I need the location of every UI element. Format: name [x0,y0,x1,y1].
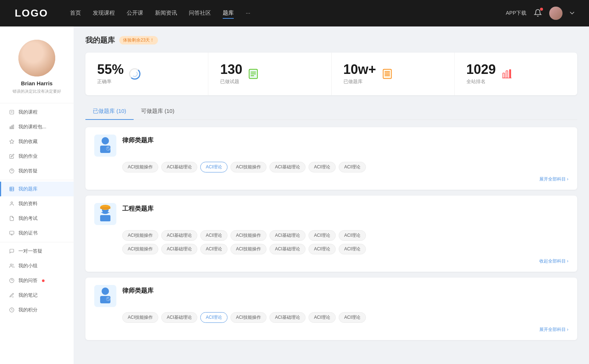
sidebar-item-label: 我的小组 [18,263,38,269]
sidebar-item-my-answers[interactable]: 我的答疑 [0,164,74,178]
sidebar-item-label: 我的积分 [18,307,38,313]
group-icon [9,263,15,269]
nav-home[interactable]: 首页 [70,8,81,19]
tag[interactable]: ACI理论 [308,312,336,323]
sidebar-item-groups[interactable]: 我的小组 [0,258,74,273]
bar-icon [9,124,15,130]
question-icon [9,168,15,174]
tag[interactable]: ACI技能操作 [230,230,267,241]
sidebar-divider [0,103,74,103]
tag-active[interactable]: ACI理论 [200,162,228,172]
tag[interactable]: ACI技能操作 [122,230,158,241]
file-icon [9,109,15,115]
tag[interactable]: ACI理论 [308,230,336,241]
stat-number: 55% [97,63,124,76]
stat-accuracy: 55% 正确率 [85,53,208,95]
nav-open-course[interactable]: 公开课 [127,8,143,19]
sidebar-item-materials[interactable]: 我的资料 [0,196,74,211]
sidebar-item-qbank[interactable]: 我的题库 [0,182,74,196]
qbank-footer: 展开全部科目 › [94,172,568,182]
nav-qa[interactable]: 问答社区 [189,8,211,19]
sidebar-item-notes[interactable]: 我的笔记 [0,288,74,303]
qbank-icon-engineer [94,203,116,225]
stat-label: 已做题库 [343,78,376,85]
tag[interactable]: ACI技能操作 [122,312,158,323]
tag[interactable]: ACI理论 [339,162,366,172]
chevron-down-icon [570,11,574,15]
tag[interactable]: ACI理论 [339,312,366,323]
stat-label: 已做试题 [220,78,242,85]
tag[interactable]: ACI理论 [339,230,366,241]
stat-rank: 1029 全站排名 [455,53,577,95]
sidebar-item-exams[interactable]: 我的考试 [0,211,74,226]
tag[interactable]: ACI理论 [308,244,336,254]
collapse-button[interactable]: 收起全部科目 › [539,258,568,264]
nav-discover[interactable]: 发现课程 [93,8,115,19]
qbank-title: 工程类题库 [122,203,154,213]
sidebar-divider [0,180,74,180]
tag[interactable]: ACI基础理论 [269,312,306,323]
sidebar-item-label: 我的笔记 [18,292,38,299]
nav-news[interactable]: 新闻资讯 [155,8,177,19]
qbank-item-lawyer-2: 律师类题库 ACI技能操作 ACI基础理论 ACI理论 ACI技能操作 ACI基… [85,278,577,340]
tag[interactable]: ACI基础理论 [161,230,197,241]
trial-badge: 体验剩余23天！ [119,36,158,44]
tag[interactable]: ACI基础理论 [269,244,306,254]
nav-avatar[interactable] [549,7,562,20]
svg-point-17 [10,264,12,266]
sidebar-item-one-on-one[interactable]: 一对一答疑 [0,244,74,258]
svg-rect-5 [13,125,14,129]
qbank-footer: 展开全部科目 › [94,323,568,333]
stat-number: 10w+ [343,63,376,76]
svg-rect-43 [100,207,110,209]
tag[interactable]: ACI基础理论 [161,244,197,254]
sidebar-item-favorites[interactable]: 我的收藏 [0,134,74,149]
tag[interactable]: ACI技能操作 [230,312,267,323]
sidebar-item-points[interactable]: 我的积分 [0,303,74,317]
tag[interactable]: ACI理论 [200,244,228,254]
qbank-tags: ACI技能操作 ACI基础理论 ACI理论 ACI技能操作 ACI基础理论 AC… [94,162,568,172]
sidebar-item-course-package[interactable]: 我的课程包... [0,119,74,134]
svg-marker-6 [10,139,14,143]
tag[interactable]: ACI基础理论 [269,230,306,241]
note-icon [9,292,15,298]
tag[interactable]: ACI技能操作 [122,244,158,254]
star-icon [9,139,15,144]
tag[interactable]: ACI理论 [200,230,228,241]
doc-icon [247,67,260,81]
tag-active[interactable]: ACI理论 [200,312,228,323]
nav-app-download[interactable]: APP下载 [506,10,526,17]
expand-button-2[interactable]: 展开全部科目 › [539,326,568,333]
page-title: 我的题库 [85,35,115,45]
stat-done-banks: 10w+ 已做题库 [332,53,455,95]
nav-more[interactable]: ··· [246,8,250,19]
chat-icon [9,248,15,254]
tag[interactable]: ACI技能操作 [122,162,158,172]
tab-done[interactable]: 已做题库 (10) [85,104,134,120]
tag[interactable]: ACI技能操作 [230,244,267,254]
sidebar-item-label: 一对一答疑 [18,248,42,254]
sidebar-item-my-qa[interactable]: 我的问答 [0,273,74,288]
nav-bell[interactable] [534,9,542,18]
sidebar-item-label: 我的课程包... [18,124,46,130]
tag[interactable]: ACI基础理论 [269,162,306,172]
tag[interactable]: ACI技能操作 [230,162,267,172]
profile-motto: 错误的决定比没有决定要好 [6,89,68,94]
sidebar-item-homework[interactable]: 我的作业 [0,149,74,164]
qbank-footer: 收起全部科目 › [94,254,568,264]
stat-text: 10w+ 已做题库 [343,63,376,85]
sidebar-item-certificates[interactable]: 我的证书 [0,226,74,240]
tag[interactable]: ACI基础理论 [161,162,197,172]
tab-available[interactable]: 可做题库 (10) [134,104,182,120]
nav-qbank[interactable]: 题库 [223,8,234,19]
sidebar-item-my-courses[interactable]: 我的课程 [0,105,74,119]
main-layout: Brian Harris 错误的决定比没有决定要好 我的课程 我的课程包... … [0,26,589,364]
expand-button[interactable]: 展开全部科目 › [539,176,568,182]
sidebar-item-label: 我的作业 [18,153,38,160]
tag[interactable]: ACI基础理论 [161,312,197,323]
sidebar-item-label: 我的课程 [18,109,38,115]
nav-logo: LOGO [15,7,48,19]
tag[interactable]: ACI理论 [308,162,336,172]
sidebar-profile: Brian Harris 错误的决定比没有决定要好 [0,34,74,101]
tag[interactable]: ACI理论 [339,244,366,254]
